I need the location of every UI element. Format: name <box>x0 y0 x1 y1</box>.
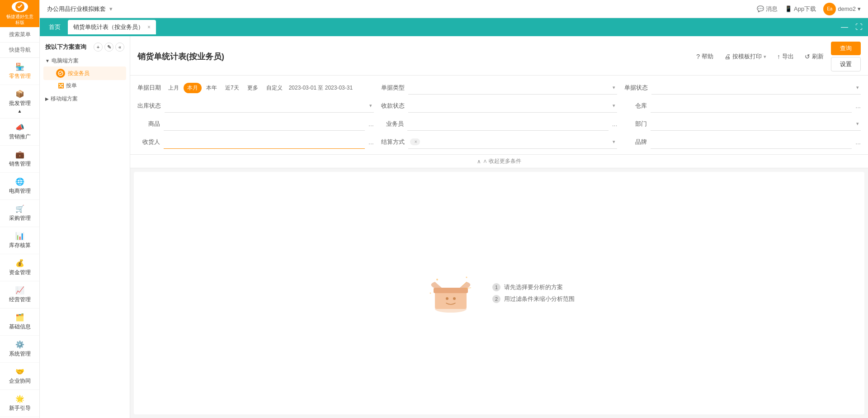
tab-minimize-btn[interactable]: — <box>839 21 850 33</box>
payment-method-select[interactable]: × ▾ <box>408 135 618 149</box>
sidebar-item-system[interactable]: ⚙️ 系统管理 <box>0 336 39 363</box>
tab-active[interactable]: 销货单统计表（按业务员） × <box>68 20 156 34</box>
newuser-icon: 🌟 <box>15 394 24 403</box>
filter-item-warehouse: 仓库 ... <box>624 99 861 113</box>
tree-child-salesperson[interactable]: 按业务员 <box>43 66 126 80</box>
filter-item-receiver: 收货人 ... <box>137 135 374 149</box>
sidebar: 畅捷通好生意 标版 搜索菜单 快捷导航 🏪 零售管理 📦 批发管理 ▲ 📣 营销… <box>0 0 40 418</box>
svg-point-7 <box>430 293 431 294</box>
salesperson-dots-btn[interactable]: ... <box>612 120 618 128</box>
sales-icon: 💼 <box>15 150 24 159</box>
tab-close-btn[interactable]: × <box>147 24 151 30</box>
logo-subtext: 标版 <box>15 19 24 26</box>
sidebar-quick-nav[interactable]: 快捷导航 <box>0 43 39 58</box>
doctype-select[interactable]: ▾ <box>408 81 618 95</box>
filter-row-1: 单据日期 上月 本月 本年 近7天 更多 自定义 2023-03-01 至 20… <box>137 81 861 95</box>
sidebar-item-sales[interactable]: 💼 销售管理 <box>0 146 39 173</box>
tree-parent-mobile[interactable]: ▶ 移动端方案 <box>43 93 126 104</box>
receiver-input[interactable] <box>164 135 365 149</box>
receiver-dots-btn[interactable]: ... <box>368 138 374 146</box>
product-input[interactable] <box>164 117 365 131</box>
tabbar: 首页 销货单统计表（按业务员） × — ⛶ <box>40 18 868 36</box>
doctype-label: 单据类型 <box>381 84 405 92</box>
svg-rect-3 <box>435 291 467 309</box>
collapse-bar[interactable]: ∧ ∧ 收起更多条件 <box>130 155 868 168</box>
svg-rect-4 <box>434 288 468 293</box>
docstatus-select[interactable]: ▾ <box>651 81 861 95</box>
sidebar-item-retail[interactable]: 🏪 零售管理 <box>0 58 39 85</box>
inventory-icon: 📊 <box>15 232 24 240</box>
date-more-btn[interactable]: 更多 <box>244 83 262 93</box>
step-2-label: 用过滤条件来缩小分析范围 <box>504 295 575 303</box>
brand-dots-btn[interactable]: ... <box>855 138 861 146</box>
sidebar-item-operation[interactable]: 📈 经营管理 <box>0 281 39 309</box>
filter-area: 单据日期 上月 本月 本年 近7天 更多 自定义 2023-03-01 至 20… <box>130 76 868 155</box>
panel-header-actions: + ✎ « <box>94 43 124 52</box>
date-last7-btn[interactable]: 近7天 <box>222 83 243 93</box>
department-select[interactable]: ▾ <box>651 117 861 131</box>
breadcrumb-dropdown-icon[interactable]: ▾ <box>109 5 113 12</box>
sidebar-item-enterprise[interactable]: 🤝 企业协同 <box>0 363 39 390</box>
sidebar-item-marketing[interactable]: 📣 营销推广 <box>0 119 39 146</box>
tab-maximize-btn[interactable]: ⛶ <box>854 21 864 33</box>
user-avatar-btn[interactable]: Ea demo2 ▾ <box>823 3 861 15</box>
date-range-bar: 上月 本月 本年 近7天 更多 自定义 2023-03-01 至 2023-03… <box>165 83 374 93</box>
doctype-select-arrow-icon: ▾ <box>613 85 615 90</box>
topbar-right: 💬 消息 📱 App下载 Ea demo2 ▾ <box>757 3 861 15</box>
svg-point-6 <box>466 277 467 278</box>
print-dropdown-icon: ▾ <box>764 54 766 60</box>
tree-sub-item-doc[interactable]: 🔀 按单 <box>43 80 126 91</box>
warehouse-dots-btn[interactable]: ... <box>855 102 861 109</box>
tree-section-mobile: ▶ 移动端方案 <box>40 93 130 104</box>
sidebar-item-basic[interactable]: 🗂️ 基础信息 <box>0 309 39 336</box>
stock-status-select[interactable]: ▾ <box>165 99 374 113</box>
print-btn[interactable]: 🖨 按模板打印 ▾ <box>721 51 770 62</box>
query-button[interactable]: 查询 <box>831 42 861 55</box>
filter-item-payment-status: 收款状态 ▾ <box>381 99 618 113</box>
date-custom-btn[interactable]: 自定义 <box>263 83 286 93</box>
app-download-btn[interactable]: 📱 App下载 <box>785 5 816 13</box>
sidebar-item-ecommerce[interactable]: 🌐 电商管理 <box>0 173 39 200</box>
tree-sub-label: 按单 <box>66 82 77 90</box>
tree-sub-icon: 🔀 <box>58 83 64 89</box>
filter-item-product: 商品 ... <box>137 117 374 131</box>
marketing-icon: 📣 <box>15 123 24 132</box>
operation-icon: 📈 <box>15 286 24 294</box>
date-prev-month-btn[interactable]: 上月 <box>165 83 183 93</box>
panel-add-btn[interactable]: + <box>94 43 103 52</box>
sidebar-logo: 畅捷通好生意 标版 <box>0 0 40 27</box>
tab-home[interactable]: 首页 <box>43 20 66 34</box>
tree-parent-computer[interactable]: ▼ 电脑端方案 <box>43 55 126 66</box>
payment-status-select[interactable]: ▾ <box>408 99 618 113</box>
setting-button[interactable]: 设置 <box>831 57 861 71</box>
sidebar-item-purchase[interactable]: 🛒 采购管理 <box>0 200 39 227</box>
panel-collapse-btn[interactable]: « <box>115 43 124 52</box>
message-btn[interactable]: 💬 消息 <box>757 5 778 13</box>
step-1-label: 请先选择要分析的方案 <box>504 283 563 291</box>
sidebar-item-finance[interactable]: 💰 资金管理 <box>0 254 39 281</box>
tree-arrow-icon: ▼ <box>45 58 50 63</box>
department-select-arrow-icon: ▾ <box>856 121 859 127</box>
sidebar-item-newuser[interactable]: 🌟 新手引导 <box>0 390 39 417</box>
payment-tag-close-btn[interactable]: × <box>415 139 417 144</box>
finance-icon: 💰 <box>15 259 24 267</box>
brand-input[interactable] <box>651 135 852 149</box>
export-btn[interactable]: ↑ 导出 <box>774 51 797 62</box>
tabbar-actions: — ⛶ <box>839 21 864 33</box>
date-this-year-btn[interactable]: 本年 <box>203 83 221 93</box>
warehouse-input[interactable] <box>651 99 852 113</box>
refresh-btn[interactable]: ↺ 刷新 <box>801 51 827 62</box>
brand-label: 品牌 <box>624 138 647 146</box>
salesperson-input[interactable] <box>407 117 609 131</box>
tree-child-label-active: 按业务员 <box>68 70 90 77</box>
panel-edit-btn[interactable]: ✎ <box>104 43 113 52</box>
system-icon: ⚙️ <box>15 340 24 349</box>
help-btn[interactable]: ? 帮助 <box>693 51 717 62</box>
receiver-label: 收货人 <box>137 138 160 146</box>
sidebar-item-inventory[interactable]: 📊 库存核算 <box>0 227 39 254</box>
svg-point-8 <box>446 297 448 300</box>
product-dots-btn[interactable]: ... <box>368 120 374 128</box>
date-this-month-btn[interactable]: 本月 <box>184 83 202 93</box>
sidebar-item-wholesale[interactable]: 📦 批发管理 ▲ <box>0 85 39 119</box>
sidebar-search-menu[interactable]: 搜索菜单 <box>0 27 39 43</box>
